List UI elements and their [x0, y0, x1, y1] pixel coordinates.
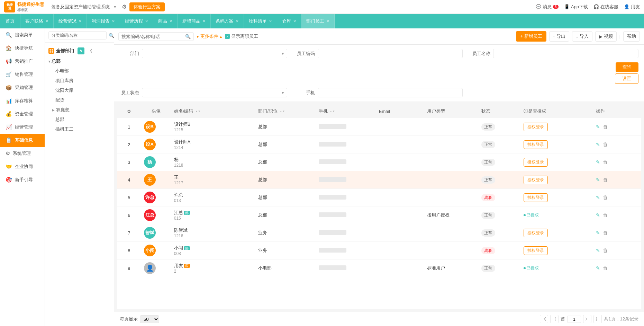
- empname-filter-input[interactable]: [493, 49, 638, 58]
- import-btn[interactable]: ↓ 导入: [572, 31, 592, 42]
- trial-button[interactable]: 体验行业方案: [129, 2, 165, 11]
- th-dept[interactable]: 部门/职位 ▲▼: [255, 105, 316, 118]
- close-icon[interactable]: ✕: [293, 19, 296, 24]
- delete-btn[interactable]: 🗑: [603, 230, 608, 236]
- dept-node-xiangmu[interactable]: 项目库房: [45, 76, 114, 86]
- user-btn[interactable]: 👤 用友: [624, 4, 640, 10]
- tab-profit[interactable]: 利润报告 ✕: [87, 14, 120, 28]
- empcode-filter-input[interactable]: [318, 49, 463, 58]
- sidebar-item-basic[interactable]: 📋 基础信息: [0, 134, 45, 147]
- sidebar-item-purchase[interactable]: 📦 采购管理: [0, 81, 45, 94]
- edit-btn[interactable]: ✎: [596, 195, 600, 200]
- close-icon[interactable]: ✕: [112, 19, 115, 24]
- dept-node-shuangting[interactable]: ▶ 双庭想: [45, 105, 114, 115]
- query-btn[interactable]: 查询: [616, 62, 638, 72]
- last-page-btn[interactable]: 》: [593, 315, 602, 323]
- auth-btn[interactable]: 授权登录: [524, 193, 548, 202]
- delete-btn[interactable]: 🗑: [603, 248, 608, 253]
- close-icon[interactable]: ✕: [326, 19, 329, 24]
- help-btn[interactable]: 帮助: [623, 31, 640, 42]
- delete-btn[interactable]: 🗑: [603, 177, 608, 183]
- close-icon[interactable]: ✕: [45, 19, 48, 24]
- edit-btn[interactable]: ✎: [596, 177, 600, 183]
- tab-bom[interactable]: 物料清单 ✕: [244, 14, 277, 28]
- dept-node-chashuwang[interactable]: 插树王二: [45, 124, 114, 134]
- tab-goods[interactable]: 商品 ✕: [153, 14, 178, 28]
- add-employee-btn[interactable]: + 新增员工: [516, 31, 546, 42]
- close-icon[interactable]: ✕: [169, 19, 172, 24]
- close-icon[interactable]: ✕: [269, 19, 272, 24]
- resigned-checkbox[interactable]: ✓: [225, 34, 230, 39]
- delete-btn[interactable]: 🗑: [603, 265, 608, 271]
- phone-filter-input[interactable]: [318, 88, 463, 97]
- tab-home[interactable]: 首页: [0, 14, 20, 28]
- dept-all-item[interactable]: 全部部门 ✎ 《: [45, 45, 114, 56]
- edit-btn[interactable]: ✎: [596, 248, 600, 253]
- th-phone[interactable]: 手机 ▲▼: [316, 105, 376, 118]
- edit-btn[interactable]: ✎: [596, 230, 600, 236]
- sidebar-item-system[interactable]: ⚙ 系统管理: [0, 147, 45, 160]
- dept-node-zongbu[interactable]: ▾ 总部: [45, 56, 114, 66]
- tab-customer[interactable]: 客户联络 ✕: [20, 14, 54, 28]
- sidebar-item-sales[interactable]: 🛒 销售管理: [0, 68, 45, 81]
- set-btn[interactable]: 设置: [615, 73, 638, 84]
- gear-icon[interactable]: ⚙: [122, 3, 127, 10]
- close-icon[interactable]: ✕: [202, 19, 206, 24]
- sidebar-item-marketing[interactable]: 📢 营销推广: [0, 55, 45, 68]
- page-input[interactable]: [567, 316, 581, 323]
- auth-btn[interactable]: 授权登录: [524, 246, 548, 255]
- auth-btn[interactable]: 授权登录: [524, 176, 548, 184]
- tab-warehouse[interactable]: 仓库 ✕: [277, 14, 301, 28]
- app-download-btn[interactable]: 📱 App下载: [564, 4, 588, 10]
- export-btn[interactable]: ↑ 导出: [549, 31, 570, 42]
- sidebar-item-finance[interactable]: 💰 资金管理: [0, 107, 45, 121]
- auth-btn[interactable]: 授权登录: [524, 229, 548, 237]
- tab-add-goods[interactable]: 新增商品 ✕: [178, 14, 211, 28]
- search-btn-icon[interactable]: 🔍: [185, 34, 191, 39]
- edit-btn[interactable]: ✎: [596, 142, 600, 147]
- dept-node-shenyang[interactable]: 沈阳大库: [45, 86, 114, 95]
- tab-barcode[interactable]: 条码方案 ✕: [211, 14, 244, 28]
- dept-search-input[interactable]: [48, 31, 107, 39]
- tab-operation[interactable]: 经营情况 ✕: [54, 14, 87, 28]
- delete-btn[interactable]: 🗑: [603, 212, 608, 218]
- search-input[interactable]: [121, 34, 184, 39]
- close-icon[interactable]: ✕: [79, 19, 82, 24]
- auth-btn[interactable]: 授权登录: [524, 140, 548, 149]
- dept-node-peihuo[interactable]: 配货: [45, 95, 114, 105]
- prev-page-btn[interactable]: 〈: [550, 315, 559, 323]
- dept-search-icon[interactable]: 🔍: [109, 33, 114, 38]
- dept-node-xiaodibu[interactable]: 小电部: [45, 66, 114, 76]
- sidebar-item-inventory[interactable]: 📊 库存核算: [0, 94, 45, 107]
- dept-edit-btn[interactable]: ✎: [78, 47, 84, 54]
- settings-icon[interactable]: ⚙: [127, 109, 131, 114]
- status-filter-select[interactable]: ▾: [142, 88, 287, 97]
- per-page-select[interactable]: 50 20 100: [140, 315, 159, 323]
- tab-history[interactable]: 经营历程 ✕: [120, 14, 153, 28]
- delete-btn[interactable]: 🗑: [603, 195, 608, 200]
- sidebar-item-search[interactable]: 🔍 搜索菜单: [0, 28, 45, 42]
- edit-btn[interactable]: ✎: [596, 159, 600, 165]
- dept-collapse-btn[interactable]: 《: [88, 48, 92, 54]
- next-page-btn[interactable]: 〉: [583, 315, 591, 323]
- auth-btn[interactable]: 授权登录: [524, 158, 548, 167]
- system-title-arrow[interactable]: ▾: [114, 4, 116, 9]
- edit-btn[interactable]: ✎: [596, 124, 600, 130]
- delete-btn[interactable]: 🗑: [603, 124, 608, 130]
- message-btn[interactable]: 💬 消息 5: [536, 4, 559, 10]
- auth-btn[interactable]: 授权登录: [524, 123, 548, 131]
- sidebar-item-collab[interactable]: 🤝 企业协同: [0, 160, 45, 173]
- dept-node-zongbu2[interactable]: 总部: [45, 115, 114, 124]
- sidebar-item-nav[interactable]: 🏠 快捷导航: [0, 42, 45, 55]
- edit-btn[interactable]: ✎: [596, 212, 600, 218]
- sidebar-item-operation[interactable]: 📈 经营管理: [0, 121, 45, 134]
- close-icon[interactable]: ✕: [236, 19, 239, 24]
- view-btn[interactable]: ▶ 视频: [595, 31, 617, 42]
- close-icon[interactable]: ✕: [145, 19, 148, 24]
- more-filters-btn[interactable]: ▾ 更多条件 ▴: [197, 33, 222, 39]
- th-name[interactable]: 姓名/编码 ▲▼: [171, 105, 256, 118]
- tab-dept-employee[interactable]: 部门员工 ✕: [301, 14, 335, 28]
- online-service-btn[interactable]: 🎧 在线客服: [593, 4, 618, 10]
- dept-filter-select[interactable]: ▾: [142, 49, 287, 58]
- delete-btn[interactable]: 🗑: [603, 142, 608, 147]
